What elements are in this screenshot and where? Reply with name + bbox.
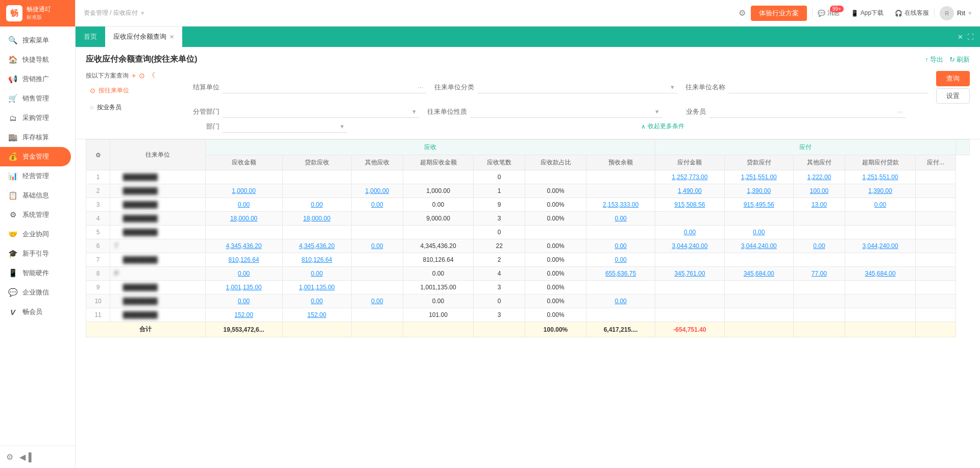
ar-loan[interactable]: 152.00 — [282, 308, 351, 322]
dept-manager-input[interactable]: ▾ — [223, 106, 419, 118]
ap-loan[interactable]: 0.00 — [724, 226, 793, 239]
ar-amount[interactable]: 1,000.00 — [205, 184, 282, 198]
app-download-button[interactable]: 📱 App下载 — [851, 9, 884, 17]
ar-prepaid-header: 预收余额 — [586, 155, 655, 170]
ar-loan[interactable]: 1,001,135.00 — [282, 281, 351, 294]
message-button[interactable]: 💬 消息 99+ — [818, 9, 840, 17]
sidebar-item-finance[interactable]: 💰 资金管理 — [0, 147, 71, 166]
ar-amount[interactable]: 0.00 — [205, 294, 282, 308]
set-button[interactable]: 设置 — [936, 88, 970, 104]
ar-prepaid[interactable]: 0.00 — [586, 239, 655, 253]
ap-amount[interactable]: 0.00 — [655, 226, 724, 239]
ap-overdue[interactable]: 345,684.00 — [845, 267, 915, 281]
sidebar-item-hardware[interactable]: 📱 智能硬件 — [0, 263, 75, 283]
ap-amount[interactable]: 3,044,240.00 — [655, 239, 724, 253]
sidebar-item-quicknav[interactable]: 🏠 快捷导航 — [0, 50, 75, 69]
ar-other[interactable]: 0.00 — [351, 198, 403, 212]
tab-expand-icon[interactable]: ⛶ — [967, 33, 974, 41]
ar-prepaid[interactable]: 655,636.75 — [586, 267, 655, 281]
sidebar-item-search[interactable]: 🔍 搜索菜单 — [0, 31, 75, 50]
ar-amount[interactable]: 1,001,135.00 — [205, 281, 282, 294]
ar-amount[interactable]: 152.00 — [205, 308, 282, 322]
ar-other[interactable]: 0.00 — [351, 294, 403, 308]
ap-amount[interactable]: 915,508.56 — [655, 198, 724, 212]
ar-loan[interactable]: 0.00 — [282, 198, 351, 212]
sidebar-item-operations[interactable]: 📊 经营管理 — [0, 166, 75, 186]
promo-button[interactable]: 体验行业方案 — [751, 6, 807, 21]
ar-amount[interactable]: 4,345,436.20 — [205, 239, 282, 253]
ap-other[interactable]: 0.00 — [793, 239, 845, 253]
ar-amount[interactable]: 810,126.64 — [205, 253, 282, 267]
department-input[interactable]: ▾ — [223, 120, 347, 133]
sidebar-item-marketing[interactable]: 📢 营销推广 — [0, 69, 75, 89]
ar-amount[interactable]: 0.00 — [205, 267, 282, 281]
ar-loan[interactable]: 18,000.00 — [282, 212, 351, 226]
ar-loan[interactable]: 810,126.64 — [282, 253, 351, 267]
ar-prepaid[interactable]: 0.00 — [586, 212, 655, 226]
scheme-by-partner[interactable]: ⊙ 按往来单位 — [86, 84, 178, 97]
salesperson-input[interactable]: ··· — [709, 106, 905, 118]
sidebar-item-basic[interactable]: 📋 基础信息 — [0, 186, 75, 205]
sidebar-item-member[interactable]: V 畅会员 — [0, 302, 75, 322]
ap-other[interactable]: 100.00 — [793, 184, 845, 198]
header-dropdown-arrow[interactable]: ▾ — [141, 9, 144, 17]
gear-icon[interactable]: ⚙ — [739, 8, 746, 18]
ap-loan[interactable]: 3,044,240.00 — [724, 239, 793, 253]
sidebar-item-collab[interactable]: 🤝 企业协同 — [0, 225, 75, 244]
service-button[interactable]: 🎧 在线客服 — [895, 9, 929, 17]
ar-other[interactable]: 0.00 — [351, 239, 403, 253]
sidebar-item-sales[interactable]: 🛒 销售管理 — [0, 89, 75, 108]
ap-loan[interactable]: 1,390.00 — [724, 184, 793, 198]
user-menu[interactable]: R Rit ▾ — [940, 6, 972, 20]
sidebar-item-purchase[interactable]: 🗂 采购管理 — [0, 108, 75, 128]
ap-other[interactable]: 13.00 — [793, 198, 845, 212]
ar-prepaid[interactable]: 2,153,333.00 — [586, 198, 655, 212]
ap-overdue[interactable]: 3,044,240.00 — [845, 239, 915, 253]
ar-loan[interactable]: 0.00 — [282, 294, 351, 308]
export-button[interactable]: ↑ 导出 — [925, 55, 944, 64]
collapse-button[interactable]: ∧ 收起更多条件 — [639, 120, 687, 133]
table-settings-header[interactable]: ⚙ — [86, 140, 110, 170]
tab-home[interactable]: 首页 — [76, 27, 105, 47]
ar-amount[interactable]: 18,000.00 — [205, 212, 282, 226]
sidebar-item-inventory[interactable]: 🏬 库存核算 — [0, 128, 75, 147]
ap-amount[interactable]: 1,252,773.00 — [655, 170, 724, 184]
partner-category-input[interactable]: ▾ — [477, 81, 677, 93]
ar-amount[interactable]: 0.00 — [205, 198, 282, 212]
add-scheme-icon[interactable]: + — [132, 71, 136, 80]
partner-name-input[interactable] — [728, 81, 928, 93]
sidebar-item-guide[interactable]: 🎓 新手引导 — [0, 244, 75, 263]
ap-amount[interactable]: 345,761.00 — [655, 267, 724, 281]
scheme-by-salesperson[interactable]: ○ 按业务员 — [86, 101, 178, 114]
summary-ar-prepaid[interactable]: 6,417,215.... — [586, 322, 655, 337]
edit-scheme-icon[interactable]: ⊙ — [139, 71, 145, 80]
refresh-button[interactable]: ↻ 刷新 — [949, 55, 970, 64]
ap-other[interactable]: 1,222.00 — [793, 170, 845, 184]
partner-nature-input[interactable]: ▾ — [470, 106, 663, 118]
summary-ar-amount[interactable]: 19,553,472,6... — [205, 322, 282, 337]
message-badge: 99+ — [830, 6, 844, 12]
ap-amount[interactable]: 1,490.00 — [655, 184, 724, 198]
tab-close-icon[interactable]: ✕ — [169, 34, 174, 40]
ar-loan[interactable]: 4,345,436.20 — [282, 239, 351, 253]
ar-other[interactable]: 1,000.00 — [351, 184, 403, 198]
collapse-scheme-icon[interactable]: 《 — [148, 71, 155, 80]
query-button[interactable]: 查询 — [936, 71, 970, 86]
ap-overdue[interactable]: 0.00 — [845, 198, 915, 212]
tab-close-all-icon[interactable]: ✕ — [958, 33, 963, 41]
settings-icon[interactable]: ⚙ — [6, 452, 13, 462]
ap-loan[interactable]: 915,495.56 — [724, 198, 793, 212]
sidebar-item-system[interactable]: ⚙ 系统管理 — [0, 205, 75, 225]
ap-other[interactable]: 77.00 — [793, 267, 845, 281]
ar-prepaid[interactable]: 0.00 — [586, 253, 655, 267]
ap-loan[interactable]: 1,251,551.00 — [724, 170, 793, 184]
sidebar-item-wechat[interactable]: 💬 企业微信 — [0, 283, 75, 302]
ap-loan[interactable]: 345,684.00 — [724, 267, 793, 281]
ap-overdue[interactable]: 1,390.00 — [845, 184, 915, 198]
collapse-icon[interactable]: ◀▐ — [19, 452, 31, 462]
tab-ar-query[interactable]: 应收应付余额查询 ✕ — [105, 27, 182, 47]
ap-overdue[interactable]: 1,251,551.00 — [845, 170, 915, 184]
settlement-unit-input[interactable]: ··· — [223, 81, 426, 93]
ar-loan[interactable]: 0.00 — [282, 267, 351, 281]
ar-prepaid[interactable]: 0.00 — [586, 294, 655, 308]
